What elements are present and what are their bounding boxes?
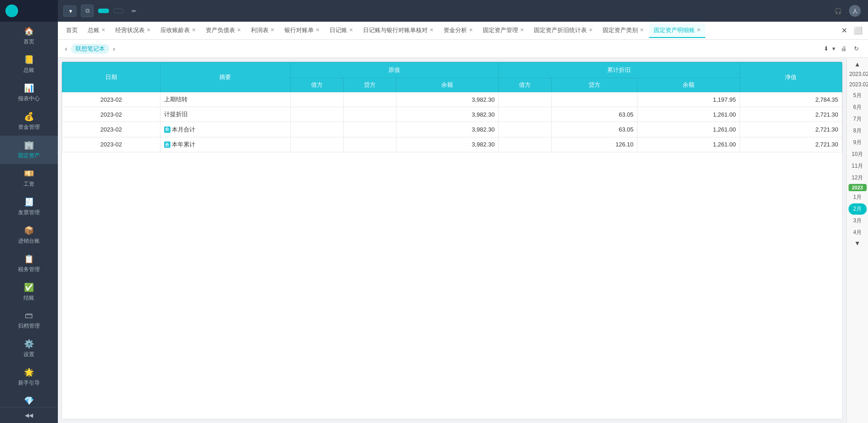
sidebar-item-ledger[interactable]: 📒总账	[0, 50, 58, 79]
tab-close-icon[interactable]: ✕	[429, 27, 434, 33]
calendar-period-item[interactable]: 2月	[849, 203, 867, 215]
old-version-button[interactable]	[113, 9, 123, 13]
sidebar-item-vip[interactable]: 💎畅会员	[0, 391, 58, 407]
tab-label: 日记账	[330, 26, 347, 34]
tab-receivable[interactable]: 应收账龄表✕	[156, 24, 200, 38]
cell-acc_credit: 63.05	[552, 107, 637, 122]
cell-acc_debit	[499, 137, 552, 152]
edit-icon[interactable]: ✏	[132, 8, 137, 14]
sidebar-nav: 🏠首页📒总账📊报表中心💰资金管理🏢固定资产💴工资🧾发票管理📦进销台账📋税务管理✅…	[0, 22, 58, 407]
tab-fa-depreciation[interactable]: 固定资产折旧统计表✕	[529, 24, 597, 38]
cell-acc_balance: 1,261.00	[637, 122, 740, 137]
tab-close-icon[interactable]: ✕	[316, 27, 320, 33]
tab-close-icon[interactable]: ✕	[237, 27, 241, 33]
sidebar-item-guide[interactable]: 🌟新手引导	[0, 363, 58, 391]
company-selector[interactable]: ▾	[63, 5, 76, 17]
tab-close-icon[interactable]: ✕	[589, 27, 593, 33]
cell-acc_debit	[499, 107, 552, 122]
sidebar-item-salary[interactable]: 💴工资	[0, 164, 58, 193]
tab-close-icon[interactable]: ✕	[469, 27, 473, 33]
customer-service-button[interactable]: 🎧	[835, 8, 844, 14]
tab-balance[interactable]: 资产负债表✕	[201, 24, 245, 38]
calendar-period-item[interactable]: 5月	[849, 90, 867, 101]
ledger-icon: 📒	[24, 55, 34, 65]
tab-close-icon[interactable]: ✕	[640, 27, 644, 33]
tab-profit[interactable]: 利润表✕	[246, 24, 279, 38]
calendar-period-item[interactable]: 2023.02	[849, 80, 867, 89]
refresh-button[interactable]: ↻	[854, 45, 861, 52]
workbench-button[interactable]	[98, 9, 109, 13]
cell-orig_credit	[343, 137, 396, 152]
calendar-period-item[interactable]: 7月	[849, 113, 867, 125]
cell-date: 2023-02	[62, 137, 160, 152]
col-subheader-acc_balance: 余额	[637, 78, 740, 92]
tab-close-icon[interactable]: ✕	[520, 27, 524, 33]
sidebar-item-tax[interactable]: 📋税务管理	[0, 249, 58, 278]
tab-fund-analysis[interactable]: 资金分析✕	[439, 24, 477, 38]
calendar-period-item[interactable]: 1月	[849, 192, 867, 203]
tab-bank-check[interactable]: 日记账与银行对账单核对✕	[359, 24, 438, 38]
cell-acc_credit: 63.05	[552, 122, 637, 137]
cancel-fixed-button[interactable]: ◀◀	[0, 407, 58, 423]
tab-fa-category[interactable]: 固定资产类别✕	[598, 24, 648, 38]
tab-ledger[interactable]: 总账✕	[83, 24, 110, 38]
sidebar-item-reports[interactable]: 📊报表中心	[0, 79, 58, 107]
tab-business[interactable]: 经营状况表✕	[111, 24, 155, 38]
tab-journal[interactable]: 日记账✕	[325, 24, 358, 38]
sidebar-item-home[interactable]: 🏠首页	[0, 22, 58, 50]
sidebar-item-funds[interactable]: 💰资金管理	[0, 107, 58, 136]
cell-acc_credit	[552, 92, 637, 107]
maximize-button[interactable]: ⬜	[852, 24, 864, 37]
tab-fa-detail[interactable]: 固定资产明细账✕	[649, 24, 705, 38]
tab-home[interactable]: 首页	[61, 24, 82, 38]
tab-close-icon[interactable]: ✕	[270, 27, 274, 33]
sales-icon: 📦	[24, 226, 34, 235]
calendar-up-button[interactable]: ▲	[851, 60, 864, 69]
refresh-icon: ↻	[854, 45, 859, 52]
user-menu[interactable]: 人	[849, 5, 863, 17]
period-label: ✏	[128, 8, 137, 14]
sidebar-item-label: 总账	[24, 66, 34, 74]
calendar-period-item[interactable]: 4月	[849, 227, 867, 238]
close-all-tabs-button[interactable]: ✕	[840, 24, 849, 37]
home-icon: 🏠	[24, 26, 34, 36]
calendar-period-item[interactable]: 9月	[849, 137, 867, 148]
salary-icon: 💴	[24, 169, 34, 179]
calendar-period-item[interactable]: 6月	[849, 102, 867, 113]
next-asset-button[interactable]: ›	[113, 45, 115, 52]
print-button[interactable]: 🖨	[841, 45, 849, 52]
sidebar-item-settings[interactable]: ⚙️设置	[0, 334, 58, 363]
calendar-period-item[interactable]: 8月	[849, 125, 867, 136]
tab-label: 应收账龄表	[160, 26, 190, 34]
sidebar-item-label: 新手引导	[18, 379, 40, 387]
sidebar-item-settle[interactable]: ✅结账	[0, 278, 58, 306]
calendar-period-item[interactable]: 2023.02	[849, 69, 867, 79]
prev-asset-button[interactable]: ‹	[65, 45, 67, 52]
calendar-period-item[interactable]: 12月	[849, 172, 867, 183]
tab-close-icon[interactable]: ✕	[697, 27, 701, 33]
tab-close-icon[interactable]: ✕	[192, 27, 196, 33]
tab-fa-mgmt[interactable]: 固定资产管理✕	[478, 24, 528, 38]
sidebar-item-sales[interactable]: 📦进销台账	[0, 221, 58, 249]
logo-icon	[5, 5, 18, 17]
sidebar-item-label: 税务管理	[18, 266, 40, 273]
copy-button[interactable]: ⧉	[81, 5, 94, 17]
tab-bank-statement[interactable]: 银行对账单✕	[280, 24, 324, 38]
sub-header: ‹ 联想笔记本 › ⬇ ▾ 🖨 ↻	[58, 40, 868, 58]
tab-close-icon[interactable]: ✕	[101, 27, 105, 33]
cell-date: 2023-02	[62, 92, 160, 107]
calendar-period-item[interactable]: 11月	[849, 160, 867, 172]
cell-date: 2023-02	[62, 107, 160, 122]
calendar-period-item[interactable]: 10月	[849, 149, 867, 160]
sidebar-item-label: 资金管理	[18, 123, 40, 131]
tab-close-icon[interactable]: ✕	[349, 27, 353, 33]
tab-close-icon[interactable]: ✕	[146, 27, 151, 33]
calendar-period-item[interactable]: 3月	[849, 215, 867, 226]
calendar-down-button[interactable]: ▼	[851, 239, 864, 248]
sidebar-item-archive[interactable]: 🗃归档管理	[0, 306, 58, 334]
sidebar-item-label: 设置	[24, 351, 34, 358]
sidebar-item-fixed-assets[interactable]: 🏢固定资产	[0, 136, 58, 164]
sidebar-item-invoice[interactable]: 🧾发票管理	[0, 193, 58, 221]
download-button[interactable]: ⬇ ▾	[824, 45, 835, 52]
calendar-panel: ▲ 2023.022023.025月6月7月8月9月10月11月12月20231…	[846, 58, 868, 423]
